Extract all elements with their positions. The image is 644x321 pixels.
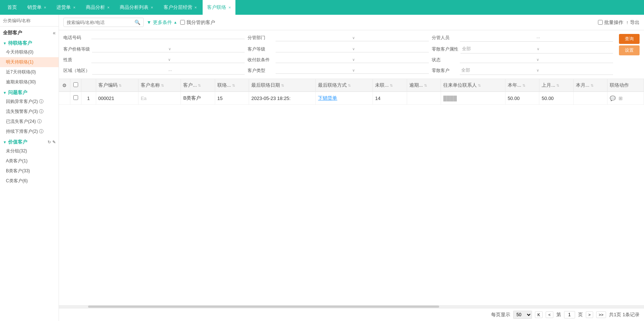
- sidebar-search-area: 🔍: [0, 15, 59, 27]
- batch-checkbox[interactable]: [598, 20, 603, 25]
- row-checkbox[interactable]: [73, 95, 78, 100]
- filter-payment-select[interactable]: ∨: [276, 56, 429, 63]
- nav-close-customer-contact[interactable]: ×: [228, 5, 231, 10]
- filter-scatter-select[interactable]: 全部 ∨: [460, 66, 613, 75]
- sidebar-item-churned[interactable]: 已流失客户(24) ⓘ: [0, 117, 59, 127]
- nav-item-analysis-list[interactable]: 商品分析列表 ×: [115, 0, 157, 15]
- edit-icon[interactable]: ✎: [52, 140, 56, 145]
- nav-item-purchase[interactable]: 进货单 ×: [52, 0, 80, 15]
- next-page-btn[interactable]: >: [586, 311, 593, 318]
- sort-icon-name[interactable]: ⇅: [161, 83, 164, 87]
- sort-icon-type[interactable]: ⇅: [198, 83, 201, 87]
- filter-region-input[interactable]: ···: [92, 67, 245, 75]
- filter-dept-select[interactable]: ∨: [276, 35, 429, 41]
- sidebar-item-repurchase-abnormal[interactable]: 回购异常客户(2) ⓘ: [0, 97, 59, 107]
- row-name: Ea: [138, 92, 181, 105]
- first-page-btn[interactable]: K: [535, 311, 543, 318]
- sidebar-item-c-class[interactable]: C类客户(6): [0, 176, 59, 186]
- sort-icon-last-method[interactable]: ⇅: [348, 83, 351, 87]
- sidebar-item-ungrouped[interactable]: 未分组(32): [0, 146, 59, 156]
- filter-price-level-select[interactable]: ∨: [92, 46, 245, 52]
- row-contact-value: 15: [217, 96, 223, 101]
- toolbar-right: 批量操作 ↑ 导出: [598, 19, 640, 26]
- filter-status-select[interactable]: ∨: [460, 56, 613, 63]
- nav-item-sales[interactable]: 销货单 ×: [23, 0, 50, 15]
- prev-page-btn[interactable]: <: [546, 311, 553, 318]
- sort-icon-contact[interactable]: ⇅: [232, 83, 235, 87]
- nav-item-home[interactable]: 首页: [3, 0, 21, 15]
- col-this-month-label: 本月...: [576, 82, 589, 89]
- refresh-icon[interactable]: ↻: [48, 140, 51, 145]
- filter-status-label: 状态: [432, 57, 458, 63]
- search-icon[interactable]: 🔍: [134, 20, 140, 25]
- select-all-checkbox[interactable]: [73, 82, 78, 87]
- sidebar-search-input[interactable]: [3, 18, 58, 23]
- group-label-pending: 待联络客户: [8, 40, 32, 46]
- sidebar-item-declining[interactable]: 持续下滑客户(2) ⓘ: [0, 127, 59, 137]
- sort-icon-last-date[interactable]: ⇅: [281, 83, 284, 87]
- nav-item-customer-tier[interactable]: 客户分层经营 ×: [159, 0, 201, 15]
- arrow-icon-problem: ▼: [3, 91, 7, 95]
- export-btn[interactable]: ↑ 导出: [626, 19, 640, 26]
- filter-payment-label: 收付款条件: [248, 57, 273, 63]
- sort-icon-code[interactable]: ⇅: [119, 83, 122, 87]
- sidebar-item-churn-warning[interactable]: 流失预警客户(3) ⓘ: [0, 107, 59, 117]
- last-page-btn[interactable]: >>: [596, 311, 606, 318]
- sort-icon-this-month[interactable]: ⇅: [591, 83, 594, 87]
- sidebar-collapse-btn[interactable]: «: [53, 30, 56, 36]
- chat-icon[interactable]: 💬: [610, 96, 616, 101]
- set-btn[interactable]: 设置: [619, 45, 640, 55]
- sidebar-item-tomorrow[interactable]: 明天待联络(1): [0, 57, 59, 67]
- search-input[interactable]: [67, 20, 133, 25]
- nav-close-analysis-list[interactable]: ×: [151, 5, 153, 10]
- nav-item-analysis[interactable]: 商品分析 ×: [81, 0, 114, 15]
- col-this-month: 本月...⇅: [573, 79, 607, 92]
- row-last-date-value: 2023-05-23 18:25:: [251, 96, 290, 101]
- col-code: 客户编码⇅: [96, 79, 138, 92]
- sidebar-item-today[interactable]: 今天待联络(0): [0, 47, 59, 57]
- filter-person-input[interactable]: ···: [460, 34, 613, 42]
- grid-icon[interactable]: ⊞: [619, 96, 623, 101]
- batch-op-btn[interactable]: 批量操作: [598, 19, 623, 26]
- sidebar-item-overdue[interactable]: 逾期未联络(30): [0, 77, 59, 87]
- sort-icon-contacts-person[interactable]: ⇅: [478, 83, 481, 87]
- sort-icon-uncontacted[interactable]: ⇅: [390, 83, 393, 87]
- page-size-label: 每页显示: [491, 311, 510, 318]
- my-customers-checkbox[interactable]: [180, 20, 185, 25]
- query-btn[interactable]: 查询: [619, 34, 640, 44]
- group-label-problem: 问题客户: [8, 89, 27, 96]
- filter-customer-type-select[interactable]: ∨: [276, 67, 429, 74]
- col-last-month-label: 上月...: [542, 82, 555, 89]
- filter-payment: 收付款条件 ∨: [248, 56, 429, 63]
- group-problem-customers: ▼ 问题客户: [0, 87, 59, 97]
- col-last-method-label: 最后联络方式: [318, 82, 347, 89]
- row-last-method-value[interactable]: 下销货单: [318, 95, 337, 101]
- sidebar-item-a-class[interactable]: A类客户(1): [0, 156, 59, 166]
- filter-phone-input[interactable]: [91, 37, 245, 39]
- customer-type-chevron-icon: ∨: [352, 68, 427, 72]
- my-customers-checkbox-area[interactable]: 我分管的客户: [180, 19, 215, 26]
- sidebar-item-b-class[interactable]: B类客户(33): [0, 166, 59, 176]
- row-checkbox-cell: [70, 92, 81, 105]
- sort-icon-this-year[interactable]: ⇅: [522, 83, 525, 87]
- filter-nature-select[interactable]: ∨: [91, 56, 245, 63]
- page-size-select[interactable]: 50 100: [513, 311, 532, 319]
- nav-close-analysis[interactable]: ×: [107, 5, 109, 10]
- nav-close-sales[interactable]: ×: [44, 5, 46, 10]
- sort-icon-last-month[interactable]: ⇅: [556, 83, 559, 87]
- filter-customer-level-select[interactable]: ∨: [276, 46, 429, 52]
- nav-close-customer-tier[interactable]: ×: [195, 5, 197, 10]
- nav-close-purchase[interactable]: ×: [73, 5, 75, 10]
- horizontal-scrollbar[interactable]: [59, 305, 644, 308]
- filter-customer-level-label: 客户等级: [248, 46, 273, 52]
- settings-icon[interactable]: ⚙: [62, 83, 67, 88]
- filter-more-btn[interactable]: ▼ 更多条件 ▲: [147, 19, 177, 26]
- sidebar-item-7days[interactable]: 近7天待联络(0): [0, 67, 59, 77]
- col-type-label: 客户...: [183, 82, 197, 89]
- page-input[interactable]: [564, 311, 575, 318]
- filter-scatter-attr-select[interactable]: 全部 ∨: [461, 45, 613, 54]
- scrollbar-thumb[interactable]: [88, 306, 439, 308]
- total-pages-label: 页: [578, 311, 583, 318]
- sort-icon-overdue[interactable]: ⇅: [424, 83, 427, 87]
- nav-item-customer-contact[interactable]: 客户联络 ×: [203, 0, 235, 15]
